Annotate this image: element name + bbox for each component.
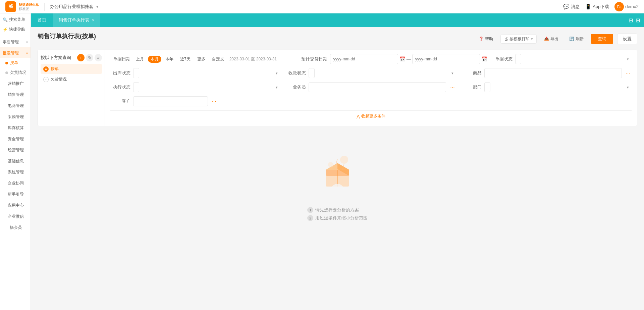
customer-more-icon[interactable]: ···	[211, 98, 218, 104]
help-btn[interactable]: ❓ 帮助	[475, 35, 496, 43]
filter-left: 按以下方案查询 + ✎ «	[38, 50, 105, 126]
sidebar-item-operations[interactable]: 经营管理	[0, 144, 31, 155]
tab-close-icon[interactable]: ×	[92, 17, 95, 23]
goods-label: 商品	[462, 70, 482, 76]
scheme-label: 按以下方案查询	[41, 55, 71, 61]
goods-more-icon[interactable]: ···	[625, 70, 632, 76]
wholesale-arrow-icon: ▾	[26, 51, 28, 55]
export-icon: 📤	[544, 37, 549, 41]
tab-home[interactable]: 首页	[31, 13, 53, 27]
sidebar-item-inventory[interactable]: 库存核算	[0, 122, 31, 133]
sidebar-item-retail[interactable]: 零售管理 ▾	[0, 36, 31, 47]
sidebar-item-newbie[interactable]: 新手引导	[0, 188, 31, 199]
refresh-btn[interactable]: 🔄 刷新	[566, 35, 587, 43]
execution-select[interactable]	[133, 82, 139, 92]
customer-label: 客户	[110, 98, 130, 104]
filter-right: 单据日期 上月 本月 本年 近7天 更多 自定义 2023-03-01 至 20…	[105, 50, 637, 126]
add-scheme-btn[interactable]: +	[77, 54, 85, 61]
filter-nav-owe[interactable]: ○ 欠货情况	[41, 74, 102, 84]
search-menu-btn[interactable]: 🔍 搜索菜单	[0, 13, 31, 24]
user-profile[interactable]: Ea demo2	[614, 2, 639, 11]
calendar-end-icon[interactable]: 📅	[481, 56, 487, 62]
content-area: 销售订单执行表(按单) ❓ 帮助 🖨 按模板打印 ▾ 📤	[31, 27, 644, 310]
more-btn[interactable]: 更多	[195, 56, 208, 63]
filter-row-3: 执行状态 业务员 ···	[110, 82, 632, 92]
department-select[interactable]	[484, 82, 490, 92]
customer-input[interactable]	[133, 96, 208, 106]
filter-nav-press[interactable]: ● 按单	[41, 64, 102, 74]
search-icon: 🔍	[3, 17, 8, 22]
goods-input[interactable]	[484, 68, 622, 78]
retail-label: 零售管理	[3, 39, 19, 45]
sidebar-sub-owe[interactable]: 欠货情况	[0, 68, 31, 78]
sidebar-item-wechat[interactable]: 企业微信	[0, 210, 31, 221]
top-bar-left: 畅 畅捷通好生意 标准版 办公用品行业模拟账套 ▾	[5, 1, 98, 12]
status-select[interactable]	[515, 54, 521, 64]
industry-dropdown-icon[interactable]: ▾	[96, 4, 98, 9]
export-btn[interactable]: 📤 导出	[541, 35, 562, 43]
step-1-num: 1	[307, 207, 313, 213]
help-icon: ❓	[479, 37, 484, 41]
collapse-bar[interactable]: ⋀ 收起更多条件	[110, 110, 632, 122]
retail-arrow-icon: ▾	[26, 40, 28, 44]
expected-date-end-input[interactable]	[412, 54, 480, 64]
sidebar-divider	[0, 35, 31, 35]
message-btn[interactable]: 💬 消息	[563, 4, 580, 10]
filter-panel: 按以下方案查询 + ✎ «	[38, 50, 637, 126]
calendar-start-icon[interactable]: 📅	[399, 56, 405, 62]
sidebar-item-system[interactable]: 系统管理	[0, 166, 31, 177]
page-title: 销售订单执行表(按单)	[38, 32, 96, 40]
tab-active[interactable]: 销售订单执行表 ×	[53, 13, 100, 27]
phone-icon: 📱	[585, 4, 591, 10]
tab-maximize-icon[interactable]: ⊞	[636, 17, 640, 23]
tab-minimize-icon[interactable]: ⊟	[629, 17, 633, 23]
svg-point-5	[340, 156, 348, 164]
sidebar-item-member[interactable]: 畅会员	[0, 221, 31, 232]
outbound-select[interactable]	[133, 68, 139, 78]
sidebar-item-purchase[interactable]: 采购管理	[0, 111, 31, 122]
app-logo: 畅	[5, 1, 16, 12]
sidebar-item-sales[interactable]: 销售管理	[0, 89, 31, 100]
salesperson-label: 业务员	[286, 84, 306, 90]
this-month-btn[interactable]: 本月	[148, 56, 161, 63]
page-header: 销售订单执行表(按单) ❓ 帮助 🖨 按模板打印 ▾ 📤	[38, 32, 637, 46]
sidebar-item-enterprise[interactable]: 企业协同	[0, 177, 31, 188]
salesperson-more-icon[interactable]: ···	[449, 84, 456, 90]
sidebar-sub-press[interactable]: 按单	[0, 58, 31, 68]
payment-label: 收款状态	[286, 70, 306, 76]
sidebar: 🔍 搜索菜单 ⚡ 快捷导航 零售管理 ▾ 批发管理 ▾ 按单 欠货情况 营销推广	[0, 13, 31, 310]
edit-scheme-btn[interactable]: ✎	[86, 54, 93, 61]
last-month-btn[interactable]: 上月	[133, 56, 147, 63]
query-btn[interactable]: 查询	[591, 34, 613, 44]
sidebar-item-apps[interactable]: 应用中心	[0, 199, 31, 210]
payment-select[interactable]	[309, 68, 315, 78]
sidebar-item-ecommerce[interactable]: 电商管理	[0, 100, 31, 111]
print-btn[interactable]: 🖨 按模板打印 ▾	[500, 35, 537, 44]
sidebar-item-finance[interactable]: 资金管理	[0, 133, 31, 144]
press-dot-icon	[5, 62, 8, 64]
expected-date-start-input[interactable]	[330, 54, 398, 64]
settings-btn[interactable]: 设置	[617, 34, 637, 44]
last-7-btn[interactable]: 近7天	[177, 56, 193, 63]
main-layout: 🔍 搜索菜单 ⚡ 快捷导航 零售管理 ▾ 批发管理 ▾ 按单 欠货情况 营销推广	[0, 13, 644, 310]
quicknav-btn[interactable]: ⚡ 快捷导航	[0, 24, 31, 34]
payment-field: 收款状态	[286, 68, 456, 78]
salesperson-input[interactable]	[309, 82, 446, 92]
user-avatar: Ea	[614, 2, 624, 11]
app-subtitle: 畅捷通好生意	[19, 2, 39, 7]
print-icon: 🖨	[504, 37, 508, 41]
custom-btn[interactable]: 自定义	[209, 56, 227, 63]
wholesale-label: 批发管理	[3, 50, 19, 56]
this-year-btn[interactable]: 本年	[163, 56, 176, 63]
app-download-btn[interactable]: 📱 App下载	[585, 4, 609, 10]
sidebar-item-wholesale[interactable]: 批发管理 ▾	[0, 47, 31, 58]
date-field: 单据日期 上月 本月 本年 近7天 更多 自定义 2023-03-01 至 20…	[110, 56, 296, 63]
date-options-group: 上月 本月 本年 近7天 更多 自定义 2023-03-01 至 2023-03…	[133, 56, 296, 63]
print-dropdown-icon: ▾	[531, 37, 533, 41]
collapse-filter-btn[interactable]: «	[95, 54, 102, 61]
filter-row-4: 客户 ···	[110, 96, 632, 106]
sidebar-item-marketing[interactable]: 营销推广	[0, 78, 31, 89]
execution-field: 执行状态	[110, 82, 280, 92]
owe-dot-icon	[5, 71, 8, 74]
sidebar-item-basic[interactable]: 基础信息	[0, 155, 31, 166]
